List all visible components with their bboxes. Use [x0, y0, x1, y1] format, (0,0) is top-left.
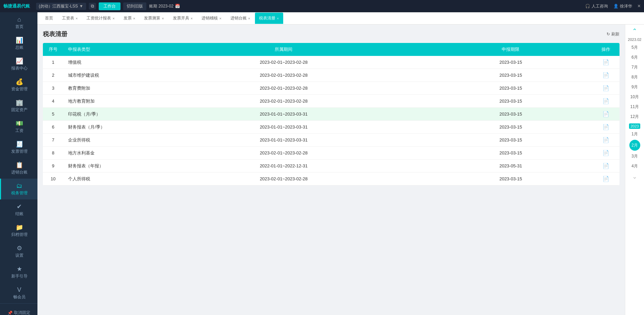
sidebar-item-invoice[interactable]: 🧾发票管理 [0, 137, 37, 158]
tab-salary-report[interactable]: 工资统计报表× [82, 13, 118, 24]
action-icon[interactable]: 📄 [602, 137, 609, 143]
right-panel-header: 2023.02 [627, 36, 642, 43]
scroll-down-btn[interactable]: ⌄ [632, 173, 637, 180]
calendar-icon[interactable]: 📅 [175, 4, 180, 9]
sidebar-item-home[interactable]: ⌂首页 [0, 12, 37, 33]
tab-invoice-calc[interactable]: 发票测算× [140, 13, 168, 24]
switch-old-btn[interactable]: 切到旧版 [123, 2, 146, 10]
sidebar-item-purchase[interactable]: 📋进销台账 [0, 158, 37, 179]
sidebar-label: 固定资产 [11, 107, 28, 113]
company-selector[interactable]: (勿动）江西服宝-LSS ▼ [36, 3, 86, 10]
sidebar-item-settlement[interactable]: ✔结账 [0, 199, 37, 220]
col-no: 序号 [43, 43, 63, 56]
month-11月[interactable]: 11月 [628, 102, 642, 111]
human-consult-btn[interactable]: 🎧 人工咨询 [585, 3, 608, 9]
cell-no: 6 [43, 121, 63, 134]
action-icon[interactable]: 📄 [602, 124, 609, 130]
page-content: 税表清册 ↻ 刷新 序号 申报表类型 所属期间 申报期限 操作 [37, 25, 644, 315]
month-2023-4月[interactable]: 4月 [628, 162, 642, 171]
company-copy-btn[interactable]: ⧉ [89, 3, 96, 10]
cell-deadline: 2023-03-15 [429, 172, 592, 185]
window-close-btn[interactable]: × [638, 3, 641, 9]
col-action: 操作 [592, 43, 619, 56]
action-icon[interactable]: 📄 [602, 72, 609, 78]
period-value: 2023-02 [159, 4, 174, 9]
tab-purchase-ledger[interactable]: 进销台账× [226, 13, 254, 24]
tab-close-salary-table[interactable]: × [76, 16, 78, 20]
sidebar-label: 设置 [15, 253, 23, 258]
cell-no: 5 [43, 108, 63, 121]
sidebar-item-archive[interactable]: 📁归档管理 [0, 220, 37, 241]
cell-action: 📄 [592, 69, 619, 82]
sidebar-item-report[interactable]: 📈报表中心 [0, 54, 37, 75]
user-profile-btn[interactable]: 👤 徐泽华 [613, 3, 632, 9]
tax-table: 序号 申报表类型 所属期间 申报期限 操作 1 增值税 2023-02-01~2… [43, 43, 619, 185]
refresh-btn[interactable]: ↻ 刷新 [607, 31, 619, 37]
month-9月[interactable]: 9月 [628, 82, 642, 92]
main-layout: ⌂首页📊总账📈报表中心💰资金管理🏢固定资产💵工资🧾发票管理📋进销台账🗂税务管理✔… [0, 12, 644, 315]
asset-icon: 🏢 [16, 100, 23, 106]
tab-salary-table[interactable]: 工资表× [58, 13, 82, 24]
cell-period: 2023-01-01~2023-03-31 [138, 121, 429, 134]
tax-icon: 🗂 [16, 183, 22, 189]
sidebar-item-guide[interactable]: ★新手引导 [0, 262, 37, 283]
cell-action: 📄 [592, 134, 619, 147]
tab-label: 发票测算 [144, 15, 160, 21]
sidebar-item-salary[interactable]: 💵工资 [0, 116, 37, 137]
tab-close-invoice-open[interactable]: × [191, 16, 193, 20]
sidebar-item-tax[interactable]: 🗂税务管理 [0, 179, 37, 199]
month-2023-1月[interactable]: 1月 [628, 130, 642, 139]
action-icon[interactable]: 📄 [602, 176, 609, 182]
month-6月[interactable]: 6月 [628, 53, 642, 62]
tab-close-invoice-calc[interactable]: × [162, 16, 164, 20]
sidebar-label: 税务管理 [11, 190, 28, 196]
month-8月[interactable]: 8月 [628, 73, 642, 82]
scroll-up-btn[interactable]: ⌃ [632, 27, 637, 35]
action-icon[interactable]: 📄 [602, 85, 609, 91]
month-12月[interactable]: 12月 [628, 112, 642, 121]
month-2023-2月[interactable]: 2月 [629, 140, 640, 151]
tab-close-purchase-ledger[interactable]: × [248, 16, 250, 20]
action-icon[interactable]: 📄 [602, 150, 609, 156]
right-panel: ⌃ 2023.02 5月6月7月8月9月10月11月12月 2023 1月2月3… [625, 25, 644, 315]
workbench-button[interactable]: 工作台 [99, 2, 120, 10]
tab-purchase-check[interactable]: 进销稽核× [197, 13, 225, 24]
unpin-btn[interactable]: 📌 取消固定 [0, 307, 37, 315]
cell-no: 10 [43, 172, 63, 185]
month-7月[interactable]: 7月 [628, 63, 642, 72]
tab-invoice[interactable]: 发票× [119, 13, 139, 24]
year-tag-2023[interactable]: 2023 [629, 123, 640, 129]
action-icon[interactable]: 📄 [602, 59, 609, 65]
company-arrow-icon: ▼ [79, 4, 83, 9]
month-2023-3月[interactable]: 3月 [628, 152, 642, 161]
period-label: 账期 [149, 3, 157, 9]
settings-icon: ⚙ [17, 245, 22, 251]
sidebar-item-vip[interactable]: V畅会员 [0, 283, 37, 303]
tab-close-salary-report[interactable]: × [112, 16, 114, 20]
cell-type: 教育费附加 [63, 82, 138, 95]
sidebar-item-asset[interactable]: 🏢固定资产 [0, 95, 37, 116]
tab-home[interactable]: 首页 [41, 13, 57, 24]
tab-close-purchase-check[interactable]: × [219, 16, 221, 20]
tab-close-tax-register[interactable]: × [277, 16, 279, 20]
salary-icon: 💵 [16, 120, 23, 126]
tab-label: 进销稽核 [202, 15, 218, 21]
tab-close-invoice[interactable]: × [133, 16, 135, 20]
month-10月[interactable]: 10月 [628, 92, 642, 102]
tab-tax-register[interactable]: 税表清册× [255, 13, 283, 24]
cell-type: 城市维护建设税 [63, 69, 138, 82]
action-icon[interactable]: 📄 [602, 98, 609, 104]
month-5月[interactable]: 5月 [628, 43, 642, 52]
vip-icon: V [17, 287, 21, 293]
sidebar-item-ledger[interactable]: 📊总账 [0, 33, 37, 54]
tab-label: 首页 [45, 15, 53, 21]
sidebar-item-fund[interactable]: 💰资金管理 [0, 75, 37, 95]
col-type: 申报表类型 [63, 43, 138, 56]
tab-invoice-open[interactable]: 发票开具× [169, 13, 197, 24]
action-icon[interactable]: 📄 [602, 163, 609, 169]
sidebar-item-settings[interactable]: ⚙设置 [0, 241, 37, 262]
action-icon[interactable]: 📄 [602, 111, 609, 117]
cell-period: 2023-02-01~2023-02-28 [138, 95, 429, 108]
cell-no: 9 [43, 160, 63, 172]
cell-period: 2023-02-01~2023-02-28 [138, 147, 429, 160]
